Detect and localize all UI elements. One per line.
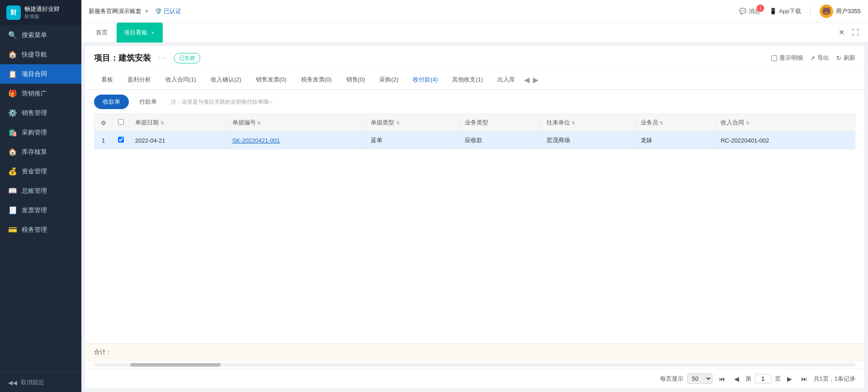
sidebar: 财 畅捷通好业财 标准版 🔍 搜索菜单 🏠 快捷导航 📋 项目合同 🎁 营销推广…	[0, 0, 81, 392]
invoice-icon: 🧾	[8, 206, 17, 215]
tab-project-board[interactable]: 项目看板 ×	[117, 23, 163, 43]
tabbar-right: ✕ ⛶	[837, 26, 861, 38]
document-number-link[interactable]: SK-20220421-001	[232, 137, 280, 144]
workspace-arrow-icon: ▼	[144, 9, 149, 14]
sub-tab-note: 注：这里是与项目关联的全部收付款单哦～	[171, 98, 274, 106]
row-checkbox[interactable]	[118, 137, 124, 143]
table-footer: 合计：	[85, 343, 864, 361]
th-settings[interactable]: ⚙	[94, 114, 113, 132]
sidebar-item-tax[interactable]: 💳 税务管理	[0, 220, 81, 239]
sidebar-logo: 财 畅捷通好业财 标准版	[0, 0, 81, 25]
refresh-icon: ↻	[836, 55, 841, 62]
page-word: 第	[745, 375, 751, 383]
nav-tab-stock[interactable]: 出入库	[490, 70, 522, 90]
nav-tab-other-expenses[interactable]: 其他收支(1)	[445, 70, 490, 90]
th-partner[interactable]: 往来单位 ⇅	[541, 114, 635, 132]
display-detail-label: 显示明细	[779, 54, 803, 62]
td-partner: 宏茂商场	[541, 132, 635, 149]
page-size-label: 每页显示	[660, 375, 684, 383]
page-next-button[interactable]: ▶	[784, 374, 795, 383]
th-type[interactable]: 单据类型 ⇅	[365, 114, 459, 132]
scrollbar-thumb[interactable]	[130, 363, 221, 367]
nav-tab-payment[interactable]: 收付款(4)	[406, 70, 445, 90]
th-checkbox	[113, 114, 130, 132]
sidebar-unpin[interactable]: ◀◀ 取消固定	[0, 373, 81, 392]
app-download-button[interactable]: 📱 App下载	[769, 7, 801, 15]
inventory-icon: 🏠	[8, 148, 17, 156]
tabbar: 首页 项目看板 × ✕ ⛶	[81, 23, 868, 43]
sub-tab-receipt[interactable]: 收款单	[94, 95, 129, 109]
gear-icon[interactable]: ⚙	[101, 120, 106, 126]
th-date[interactable]: 单据日期 ⇅	[130, 114, 227, 132]
sidebar-item-sales[interactable]: ⚙️ 销售管理	[0, 103, 81, 123]
page-size-select[interactable]: 50 100 200	[687, 373, 712, 384]
nav-tab-income-contract[interactable]: 收入合同(1)	[158, 70, 203, 90]
tab-home[interactable]: 首页	[89, 23, 115, 43]
sidebar-item-project-contract[interactable]: 📋 项目合同	[0, 64, 81, 84]
main-area: 新服务官网演示账套 ▼ 🛡️ 已认证 💬 消息 1 📱 App下载 🐻 用户33…	[81, 0, 868, 392]
nav-tab-sales-invoice[interactable]: 销售发票(0)	[249, 70, 294, 90]
nav-next-icon[interactable]: ▶	[531, 72, 540, 88]
export-label: 导出	[817, 54, 829, 62]
tab-maximize-button[interactable]: ⛶	[850, 26, 861, 38]
nav-tab-board[interactable]: 看板	[94, 70, 120, 90]
workspace-selector[interactable]: 新服务官网演示账套 ▼	[89, 7, 149, 15]
tab-close-window-button[interactable]: ✕	[837, 26, 846, 38]
nav-tab-profit[interactable]: 盈利分析	[120, 70, 158, 90]
tab-close-icon[interactable]: ×	[150, 29, 156, 36]
more-icon[interactable]: ···	[158, 54, 167, 62]
scrollbar-track	[94, 363, 855, 367]
sidebar-item-purchase[interactable]: 🛍️ 采购管理	[0, 123, 81, 142]
sidebar-item-marketing[interactable]: 🎁 营销推广	[0, 84, 81, 103]
display-detail-checkbox[interactable]	[771, 55, 777, 61]
workspace-name: 新服务官网演示账套	[89, 7, 142, 15]
export-button[interactable]: ↗ 导出	[810, 54, 829, 62]
page-prev-button[interactable]: ◀	[731, 374, 742, 383]
page-end-word: 页	[775, 375, 781, 383]
sidebar-item-label: 营销推广	[22, 90, 47, 98]
sidebar-item-invoice[interactable]: 🧾 发票管理	[0, 201, 81, 220]
page-first-button[interactable]: ⏮	[716, 374, 728, 383]
message-button[interactable]: 💬 消息 1	[739, 7, 760, 15]
th-contract[interactable]: 收入合同 ⇅	[715, 114, 855, 132]
sidebar-item-quicknav[interactable]: 🏠 快捷导航	[0, 45, 81, 64]
sidebar-item-search[interactable]: 🔍 搜索菜单	[0, 25, 81, 45]
project-name: 建筑安装	[118, 53, 151, 62]
horizontal-scrollbar[interactable]	[85, 361, 864, 368]
phone-icon: 📱	[769, 8, 777, 14]
sort-salesman-icon: ⇅	[660, 120, 663, 125]
search-icon: 🔍	[8, 31, 17, 39]
nav-tab-income-confirm[interactable]: 收入确认(2)	[203, 70, 249, 90]
page-number-input[interactable]	[755, 374, 771, 383]
sidebar-item-inventory[interactable]: 🏠 库存核算	[0, 142, 81, 162]
sort-type-icon: ⇅	[396, 120, 400, 125]
th-number[interactable]: 单据编号 ⇅	[226, 114, 365, 132]
sidebar-item-label: 销售管理	[22, 109, 47, 117]
project-icon: 📋	[8, 70, 17, 78]
page-last-button[interactable]: ⏭	[798, 374, 810, 383]
nav-tab-tax-invoice[interactable]: 税务发票(0)	[294, 70, 339, 90]
user-menu[interactable]: 🐻 用户3355	[820, 5, 861, 18]
nav-tab-sales[interactable]: 销售(0)	[339, 70, 373, 90]
sidebar-item-finance[interactable]: 💰 资金管理	[0, 162, 81, 181]
certified-label: 已认证	[164, 7, 181, 15]
app-logo-icon: 财	[6, 5, 21, 20]
total-label: 合计：	[94, 348, 112, 356]
sidebar-item-label: 库存核算	[22, 148, 47, 156]
sub-tab-payment[interactable]: 付款单	[131, 95, 165, 109]
certified-badge: 🛡️ 已认证	[155, 7, 181, 15]
td-check[interactable]	[113, 132, 130, 149]
select-all-checkbox[interactable]	[118, 119, 124, 125]
pagination: 每页显示 50 100 200 ⏮ ◀ 第 页 ▶ ⏭ 共1页，1条记录	[85, 368, 864, 388]
sub-tabs: 收款单 付款单 注：这里是与项目关联的全部收付款单哦～	[85, 90, 864, 114]
td-number[interactable]: SK-20220421-001	[226, 132, 365, 149]
sidebar-item-ledger[interactable]: 📖 总账管理	[0, 181, 81, 201]
data-table: ⚙ 单据日期 ⇅ 单据编号 ⇅	[94, 114, 855, 149]
th-salesman[interactable]: 业务员 ⇅	[635, 114, 715, 132]
refresh-button[interactable]: ↻ 刷新	[836, 54, 855, 62]
nav-prev-icon[interactable]: ◀	[522, 72, 531, 88]
display-detail-toggle[interactable]: 显示明细	[771, 54, 803, 62]
topbar-right: 💬 消息 1 📱 App下载 🐻 用户3355	[739, 5, 861, 18]
sub-tab-receipt-label: 收款单	[103, 98, 120, 105]
nav-tab-purchase[interactable]: 采购(2)	[372, 70, 406, 90]
